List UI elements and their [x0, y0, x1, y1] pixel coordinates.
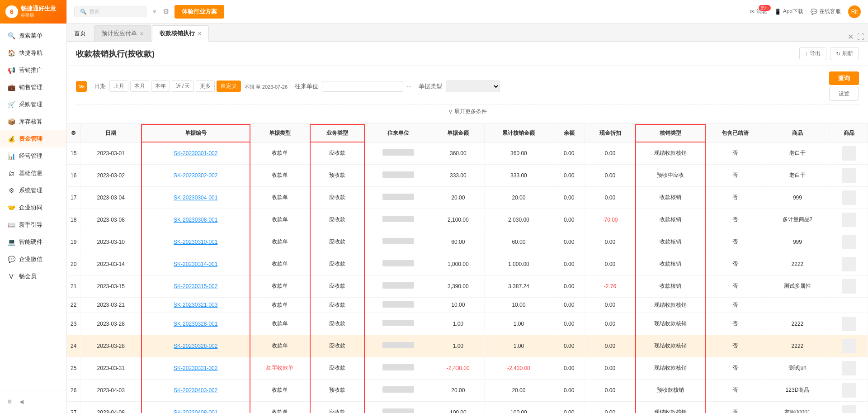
sidebar-item-system[interactable]: ⚙ 系统管理 — [0, 182, 66, 199]
filter-partner-input[interactable] — [322, 81, 403, 92]
sidebar-item-sales[interactable]: 💼 销售管理 — [0, 79, 66, 96]
td-bill-no[interactable]: SK-20230308-001 — [142, 209, 250, 231]
td-amount: -2,430.00 — [432, 357, 484, 379]
td-bill-no[interactable]: SK-20230321-003 — [142, 297, 250, 313]
bill-link[interactable]: SK-20230403-002 — [174, 387, 217, 394]
th-amount: 单据金额 — [432, 124, 484, 142]
td-bill-no[interactable]: SK-20230310-001 — [142, 231, 250, 253]
bill-link[interactable]: SK-20230301-002 — [174, 150, 217, 157]
blurred-partner — [382, 282, 414, 289]
sidebar-item-wechat[interactable]: 💬 企业微信 — [0, 251, 66, 268]
search-dropdown-icon[interactable]: ▼ — [152, 9, 157, 15]
bill-link[interactable]: SK-20230321-003 — [174, 302, 217, 308]
bill-link[interactable]: SK-20230328-002 — [174, 343, 217, 349]
blurred-partner — [382, 364, 414, 370]
tab-pending-close[interactable]: ✕ — [140, 31, 143, 36]
td-bill-no[interactable]: SK-20230328-001 — [142, 313, 250, 335]
filter-last-month[interactable]: 上月 — [109, 81, 128, 92]
sidebar-item-operation[interactable]: 📊 经营管理 — [0, 147, 66, 165]
td-cancel-type: 收款核销 — [636, 231, 705, 253]
collapse-icon[interactable]: ◀ — [19, 399, 24, 405]
bill-link[interactable]: SK-20230331-002 — [174, 365, 217, 371]
td-accum: 2,030.00 — [484, 209, 553, 231]
td-bill-no[interactable]: SK-20230328-002 — [142, 335, 250, 357]
filter-settings-button[interactable]: 设置 — [829, 87, 859, 101]
sidebar-item-marketing[interactable]: 📢 营销推广 — [0, 62, 66, 79]
sidebar-item-quick[interactable]: 🏠 快捷导航 — [0, 44, 66, 62]
filter-more[interactable]: 更多 — [196, 81, 215, 92]
td-bill-no[interactable]: SK-20230331-002 — [142, 357, 250, 379]
sidebar-item-member[interactable]: V 畅会员 — [0, 268, 66, 285]
app-download-button[interactable]: 📱 App下载 — [774, 8, 803, 15]
system-icon: ⚙ — [7, 186, 15, 195]
filter-this-month[interactable]: 本月 — [130, 81, 149, 92]
sidebar-item-inventory[interactable]: 📦 库存核算 — [0, 113, 66, 130]
tab-collection-close[interactable]: ✕ — [198, 31, 201, 36]
sidebar-item-corp[interactable]: 🤝 企业协同 — [0, 199, 66, 216]
export-button[interactable]: ↑ 导出 — [799, 47, 826, 60]
refresh-button[interactable]: ↻ 刷新 — [830, 47, 859, 60]
sidebar-item-basic[interactable]: 🗂 基础信息 — [0, 165, 66, 182]
td-discount: 0.00 — [585, 253, 636, 275]
filter-date-range: 不限 至 2023-07-26 — [245, 84, 288, 90]
table-body: 152023-03-01SK-20230301-002收款单应收款360.003… — [67, 142, 868, 413]
filter-7days[interactable]: 近7天 — [172, 81, 194, 92]
tab-pending[interactable]: 预计应应付单 ✕ — [94, 25, 151, 41]
bill-link[interactable]: SK-20230315-002 — [174, 283, 217, 290]
td-bill-no[interactable]: SK-20230315-002 — [142, 275, 250, 297]
td-bill-no[interactable]: SK-20230314-001 — [142, 253, 250, 275]
td-include-settled: 否 — [705, 313, 765, 335]
td-balance: 0.00 — [553, 275, 585, 297]
tab-close-all-icon[interactable]: ✕ — [848, 33, 854, 41]
goods-thumbnail — [842, 405, 856, 413]
solution-button[interactable]: 体验行业方案 — [175, 5, 224, 19]
td-no: 27 — [67, 401, 80, 413]
th-gear[interactable]: ⚙ — [67, 124, 80, 142]
td-bill-no[interactable]: SK-20230301-002 — [142, 142, 250, 164]
filter-more-dots[interactable]: ··· — [407, 83, 411, 90]
td-include-settled: 否 — [705, 209, 765, 231]
filter-this-year[interactable]: 本年 — [151, 81, 170, 92]
topbar-gear-icon[interactable]: ⚙ — [163, 7, 169, 16]
td-partner — [364, 142, 432, 164]
query-button[interactable]: 查询 — [829, 71, 859, 85]
sidebar-label-marketing: 营销推广 — [19, 66, 42, 74]
bill-link[interactable]: SK-20230408-001 — [174, 409, 217, 413]
sidebar-item-finance[interactable]: 💰 资金管理 — [0, 130, 66, 147]
filter-date-options: 上月 本月 本年 近7天 更多 自定义 — [109, 81, 241, 92]
service-button[interactable]: 💬 在线客服 — [811, 8, 841, 15]
bill-link[interactable]: SK-20230310-001 — [174, 239, 217, 245]
sidebar-item-guide[interactable]: 📖 新手引导 — [0, 216, 66, 233]
td-amount: 3,390.00 — [432, 275, 484, 297]
bill-link[interactable]: SK-20230304-001 — [174, 195, 217, 201]
bill-link[interactable]: SK-20230314-001 — [174, 261, 217, 267]
topbar-actions: ✉ 消息 99+ 📱 App下载 💬 在线客服 Rit — [750, 5, 861, 18]
filter-bar: ≫ 日期 上月 本月 本年 近7天 更多 自定义 不限 至 2023-07-26… — [67, 66, 868, 124]
bill-link[interactable]: SK-20230328-001 — [174, 321, 217, 327]
td-bill-no[interactable]: SK-20230403-002 — [142, 379, 250, 401]
bill-link[interactable]: SK-20230302-002 — [174, 172, 217, 179]
search-icon: 🔍 — [7, 32, 15, 40]
tab-expand-icon[interactable]: ⛶ — [857, 33, 864, 41]
tab-collection[interactable]: 收款核销执行 ✕ — [152, 25, 209, 42]
sidebar-item-search[interactable]: 🔍 搜索菜单 — [0, 27, 66, 44]
user-avatar[interactable]: Rit — [848, 5, 861, 18]
settings-icon[interactable]: ⚙ — [7, 399, 12, 405]
td-bill-no[interactable]: SK-20230302-002 — [142, 164, 250, 186]
message-button[interactable]: ✉ 消息 99+ — [750, 8, 767, 15]
td-date: 2023-03-04 — [80, 186, 142, 209]
expand-more-button[interactable]: ∨ 展开更多条件 — [76, 104, 859, 118]
table-row: 252023-03-31SK-20230331-002红字收款单应收款-2,43… — [67, 357, 868, 379]
filter-toggle-button[interactable]: ≫ — [76, 81, 87, 92]
filter-billtype-select[interactable] — [446, 81, 500, 92]
tab-home[interactable]: 首页 — [67, 26, 93, 41]
td-goods2 — [830, 357, 868, 379]
filter-custom[interactable]: 自定义 — [217, 81, 241, 92]
td-bill-no[interactable]: SK-20230408-001 — [142, 401, 250, 413]
bill-link[interactable]: SK-20230308-001 — [174, 217, 217, 223]
sidebar-item-hardware[interactable]: 💻 智能硬件 — [0, 233, 66, 251]
td-bill-no[interactable]: SK-20230304-001 — [142, 186, 250, 209]
td-cancel-type: 收款核销 — [636, 186, 705, 209]
td-balance: 0.00 — [553, 297, 585, 313]
sidebar-item-purchase[interactable]: 🛒 采购管理 — [0, 96, 66, 113]
